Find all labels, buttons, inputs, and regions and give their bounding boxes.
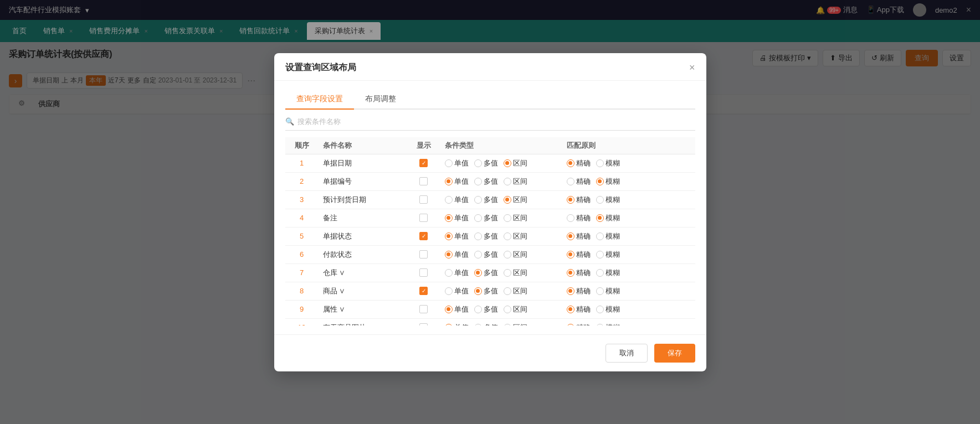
row-type-5: 单值多值区间 [440, 250, 562, 260]
radio-type-single-4[interactable]: 单值 [445, 231, 469, 241]
radio-type-multi-1[interactable]: 多值 [474, 177, 498, 187]
row-display-5[interactable] [407, 250, 440, 260]
row-display-6[interactable] [407, 268, 440, 278]
row-match-6: 精确模糊 [562, 268, 673, 278]
radio-match-precise-0[interactable]: 精确 [567, 158, 591, 168]
radio-match-fuzzy-6[interactable]: 模糊 [596, 268, 620, 278]
row-display-1[interactable] [407, 177, 440, 187]
radio-type-multi-2[interactable]: 多值 [474, 195, 498, 205]
row-name-2: 预计到货日期 [319, 195, 407, 205]
row-type-6: 单值多值区间 [440, 268, 562, 278]
settings-table-head: 顺序 条件名称 显示 条件类型 匹配原则 [285, 137, 695, 154]
radio-type-multi-7[interactable]: 多值 [474, 286, 498, 296]
radio-type-range-4[interactable]: 区间 [504, 231, 527, 241]
radio-type-single-3[interactable]: 单值 [445, 213, 469, 223]
radio-match-fuzzy-1[interactable]: 模糊 [596, 177, 620, 187]
radio-type-multi-4[interactable]: 多值 [474, 231, 498, 241]
row-display-9[interactable] [407, 323, 440, 325]
table-row: 8商品 ∨✓单值多值区间精确模糊 [285, 282, 695, 301]
radio-type-multi-6[interactable]: 多值 [474, 268, 498, 278]
row-type-2: 单值多值区间 [440, 195, 562, 205]
row-display-2[interactable] [407, 195, 440, 205]
radio-type-single-8[interactable]: 单值 [445, 304, 469, 314]
radio-match-precise-5[interactable]: 精确 [567, 250, 591, 260]
row-name-5: 付款状态 [319, 250, 407, 260]
dialog-close-button[interactable]: × [689, 62, 695, 74]
row-type-3: 单值多值区间 [440, 213, 562, 223]
radio-type-multi-0[interactable]: 多值 [474, 158, 498, 168]
radio-match-precise-6[interactable]: 精确 [567, 268, 591, 278]
row-match-3: 精确模糊 [562, 213, 673, 223]
radio-match-fuzzy-0[interactable]: 模糊 [596, 158, 620, 168]
radio-type-range-6[interactable]: 区间 [504, 268, 527, 278]
search-icon: 🔍 [285, 117, 294, 126]
row-order-4: 5 [285, 231, 319, 241]
col-order: 顺序 [285, 141, 319, 151]
row-order-9: 10 [285, 323, 319, 325]
radio-match-fuzzy-8[interactable]: 模糊 [596, 304, 620, 314]
radio-type-multi-9[interactable]: 多值 [474, 323, 498, 325]
row-order-8: 9 [285, 304, 319, 314]
row-match-9: 精确模糊 [562, 323, 673, 325]
radio-type-range-8[interactable]: 区间 [504, 304, 527, 314]
dialog-header: 设置查询区域布局 × [274, 53, 706, 81]
radio-match-precise-9[interactable]: 精确 [567, 323, 591, 325]
radio-type-multi-8[interactable]: 多值 [474, 304, 498, 314]
radio-type-single-9[interactable]: 单值 [445, 323, 469, 325]
dialog-footer: 取消 保存 [274, 334, 706, 371]
radio-match-fuzzy-4[interactable]: 模糊 [596, 231, 620, 241]
radio-match-fuzzy-7[interactable]: 模糊 [596, 286, 620, 296]
row-type-7: 单值多值区间 [440, 286, 562, 296]
radio-match-fuzzy-5[interactable]: 模糊 [596, 250, 620, 260]
save-button[interactable]: 保存 [654, 344, 695, 363]
search-input[interactable] [297, 117, 695, 126]
row-order-3: 4 [285, 213, 319, 223]
search-bar: 🔍 [285, 117, 695, 131]
row-display-0[interactable]: ✓ [407, 158, 440, 168]
radio-match-precise-3[interactable]: 精确 [567, 213, 591, 223]
table-row: 10有无商品图片单值多值区间精确模糊 [285, 319, 695, 325]
col-match: 匹配原则 [562, 141, 673, 151]
cancel-button[interactable]: 取消 [606, 344, 648, 363]
modal-overlay: 设置查询区域布局 × 查询字段设置 布局调整 🔍 顺序 条件名称 显示 条件类型 [0, 0, 980, 424]
radio-type-single-6[interactable]: 单值 [445, 268, 469, 278]
radio-type-range-5[interactable]: 区间 [504, 250, 527, 260]
radio-type-single-1[interactable]: 单值 [445, 177, 469, 187]
radio-type-single-0[interactable]: 单值 [445, 158, 469, 168]
radio-match-fuzzy-9[interactable]: 模糊 [596, 323, 620, 325]
radio-match-precise-4[interactable]: 精确 [567, 231, 591, 241]
dialog-tab-0[interactable]: 查询字段设置 [285, 90, 354, 110]
row-match-0: 精确模糊 [562, 158, 673, 168]
radio-type-range-7[interactable]: 区间 [504, 286, 527, 296]
row-type-4: 单值多值区间 [440, 231, 562, 241]
radio-type-range-9[interactable]: 区间 [504, 323, 527, 325]
radio-type-range-0[interactable]: 区间 [504, 158, 527, 168]
radio-type-single-5[interactable]: 单值 [445, 250, 469, 260]
row-name-6: 仓库 ∨ [319, 268, 407, 278]
row-display-3[interactable] [407, 213, 440, 223]
radio-match-precise-1[interactable]: 精确 [567, 177, 591, 187]
radio-type-single-2[interactable]: 单值 [445, 195, 469, 205]
radio-type-range-1[interactable]: 区间 [504, 177, 527, 187]
row-display-7[interactable]: ✓ [407, 286, 440, 296]
row-order-1: 2 [285, 177, 319, 187]
radio-type-multi-5[interactable]: 多值 [474, 250, 498, 260]
row-match-2: 精确模糊 [562, 195, 673, 205]
row-match-8: 精确模糊 [562, 304, 673, 314]
radio-match-fuzzy-2[interactable]: 模糊 [596, 195, 620, 205]
radio-match-precise-2[interactable]: 精确 [567, 195, 591, 205]
radio-type-multi-3[interactable]: 多值 [474, 213, 498, 223]
row-order-0: 1 [285, 158, 319, 168]
row-display-4[interactable]: ✓ [407, 231, 440, 241]
radio-match-fuzzy-3[interactable]: 模糊 [596, 213, 620, 223]
radio-type-range-3[interactable]: 区间 [504, 213, 527, 223]
radio-type-range-2[interactable]: 区间 [504, 195, 527, 205]
radio-match-precise-8[interactable]: 精确 [567, 304, 591, 314]
radio-match-precise-7[interactable]: 精确 [567, 286, 591, 296]
row-match-4: 精确模糊 [562, 231, 673, 241]
radio-type-single-7[interactable]: 单值 [445, 286, 469, 296]
row-name-8: 属性 ∨ [319, 304, 407, 314]
row-display-8[interactable] [407, 304, 440, 314]
row-name-3: 备注 [319, 213, 407, 223]
dialog-tab-1[interactable]: 布局调整 [354, 90, 407, 110]
